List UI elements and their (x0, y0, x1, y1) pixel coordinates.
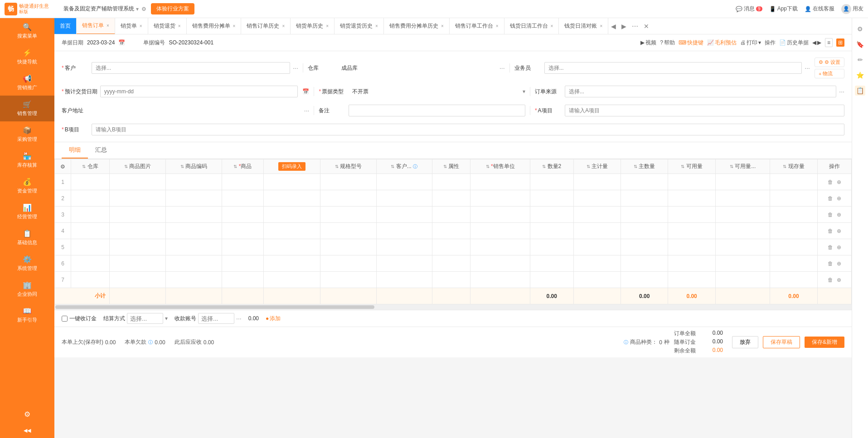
row-3-warehouse[interactable] (71, 207, 110, 223)
sidebar-item-operation[interactable]: 📊 经营管理 (0, 199, 54, 225)
right-panel-btn-1[interactable]: ⚙ (854, 23, 867, 35)
profit-btn[interactable]: 📈 毛利预估 (707, 39, 737, 47)
sidebar-item-system[interactable]: ⚙️ 系统管理 (0, 250, 54, 276)
row-1-sales-unit[interactable] (470, 174, 530, 190)
date-picker-icon[interactable]: 📅 (302, 88, 309, 95)
tab-close-refund-history[interactable]: × (375, 24, 378, 29)
row-1-code[interactable] (165, 174, 222, 190)
save-new-button[interactable]: 保存&新增 (805, 337, 844, 348)
tab-close-order-workbench[interactable]: × (496, 24, 499, 29)
system-dropdown[interactable]: ▾ (136, 6, 139, 12)
settings-icon[interactable]: ⚙ (141, 6, 146, 12)
tab-close-expense-history[interactable]: × (441, 24, 444, 29)
row-7-copy-icon[interactable]: ⊕ (837, 277, 841, 283)
tab-close-sales-refund[interactable]: × (178, 24, 181, 29)
discard-button[interactable]: 放弃 (732, 336, 758, 348)
sidebar-bottom-settings[interactable]: ⚙ (0, 405, 54, 423)
salesperson-input[interactable] (544, 62, 802, 74)
row-1-product[interactable] (222, 174, 263, 190)
tab-sales-order[interactable]: 销售订单 × (77, 18, 115, 34)
address-more-btn[interactable]: ··· (304, 107, 310, 114)
scrollbar-thumb[interactable] (55, 305, 374, 309)
add-logistics-button[interactable]: + 物流 (815, 69, 844, 78)
tab-close-cash-workbench[interactable]: × (551, 24, 553, 29)
scan-button[interactable]: 扫码录入 (278, 162, 305, 171)
help-btn[interactable]: ? 帮助 (660, 39, 675, 47)
tab-next-btn[interactable]: ▶ (619, 23, 629, 30)
col-setting-icon[interactable]: ⚙ (60, 164, 65, 170)
settlement-input[interactable] (127, 313, 163, 324)
settlement-dropdown[interactable]: ▾ (165, 315, 168, 322)
sidebar-item-purchase[interactable]: 📦 采购管理 (0, 121, 54, 147)
tab-return-history[interactable]: 销货单历史 × (291, 18, 335, 34)
b-project-input[interactable] (92, 124, 844, 135)
online-service-item[interactable]: 👤 在线客服 (805, 5, 834, 13)
right-panel-btn-4[interactable]: ⭐ (854, 69, 867, 82)
history-btn[interactable]: 📄 历史单据 (779, 39, 809, 47)
row-6-delete-icon[interactable]: 🗑 (828, 260, 833, 267)
one-click-label[interactable]: 一键收订金 (62, 315, 97, 322)
account-more-btn[interactable]: ··· (236, 315, 242, 322)
right-panel-btn-3[interactable]: ✏ (854, 53, 867, 66)
sidebar-item-quick-nav[interactable]: ⚡ 快捷导航 (0, 44, 54, 70)
add-button[interactable]: ● 添加 (266, 315, 281, 322)
customer-more-btn[interactable]: ··· (293, 64, 298, 72)
col-setting[interactable]: ⚙ (55, 159, 71, 174)
row-2-main-qty[interactable] (621, 190, 668, 207)
row-4-delete-icon[interactable]: 🗑 (828, 228, 833, 234)
tab-close-return-history[interactable]: × (326, 24, 329, 29)
row-1-delete-icon[interactable]: 🗑 (828, 179, 833, 185)
sidebar-collapse-btn[interactable]: ◀◀ (0, 423, 54, 438)
tab-close-expense-split[interactable]: × (233, 24, 236, 29)
row-7-delete-icon[interactable]: 🗑 (828, 277, 833, 283)
tab-close-sales-return[interactable]: × (140, 24, 142, 29)
app-download-item[interactable]: 📱 App下载 (769, 5, 798, 13)
customer-input[interactable] (92, 62, 290, 74)
prev-record-btn[interactable]: ◀ (812, 39, 816, 46)
view-btn[interactable]: ▶ 视频 (640, 39, 656, 47)
tab-close-all-btn[interactable]: ✕ (641, 23, 652, 30)
tab-close-order-history[interactable]: × (282, 24, 285, 29)
sidebar-item-enterprise[interactable]: 🏢 企业协同 (0, 276, 54, 302)
row-2-code[interactable] (165, 190, 222, 207)
row-2-warehouse[interactable] (71, 190, 110, 207)
remark-input[interactable] (349, 105, 525, 116)
sidebar-item-sales[interactable]: 🛒 销售管理 (0, 96, 54, 121)
row-2-delete-icon[interactable]: 🗑 (828, 195, 833, 202)
settings-button[interactable]: ⚙ ⚙ 设置 (815, 58, 844, 67)
sidebar-item-inventory[interactable]: 🏪 库存核算 (0, 147, 54, 173)
tab-close-cash-reconcile[interactable]: × (600, 24, 602, 29)
a-project-input[interactable] (565, 105, 844, 116)
tab-cash-reconcile[interactable]: 钱货日清对账 × (559, 18, 608, 34)
row-1-main-qty[interactable] (621, 174, 668, 190)
tab-sales-refund[interactable]: 销货退货 × (148, 18, 187, 34)
sidebar-item-search[interactable]: 🔍 搜索菜单 (0, 18, 54, 44)
row-6-copy-icon[interactable]: ⊕ (837, 260, 841, 267)
row-5-delete-icon[interactable]: 🗑 (828, 244, 833, 250)
row-2-customer-ref[interactable] (376, 190, 432, 207)
sidebar-item-finance[interactable]: 💰 资金管理 (0, 173, 54, 199)
row-1-copy-icon[interactable]: ⊕ (837, 179, 841, 185)
list-view-btn[interactable]: ≡ (825, 38, 833, 47)
delivery-date-input[interactable] (100, 86, 298, 97)
right-panel-btn-5[interactable]: 📋 (854, 84, 867, 97)
invoice-dropdown-icon[interactable]: ▾ (523, 88, 525, 95)
row-1-warehouse[interactable] (71, 174, 110, 190)
row-2-qty2[interactable] (530, 190, 573, 207)
right-panel-btn-2[interactable]: 🔖 (854, 38, 867, 51)
tab-refund-history[interactable]: 销货退货历史 × (335, 18, 384, 34)
message-item[interactable]: 💬 消息 9 (736, 5, 762, 13)
sidebar-item-basic[interactable]: 📋 基础信息 (0, 225, 54, 250)
row-1-spec[interactable] (320, 174, 376, 190)
row-1-customer-ref[interactable] (376, 174, 432, 190)
tab-home[interactable]: 首页 (54, 18, 77, 34)
one-click-checkbox[interactable] (62, 316, 68, 322)
order-source-more-btn[interactable]: ··· (839, 88, 844, 95)
sidebar-item-marketing[interactable]: 📢 营销推广 (0, 70, 54, 96)
tab-detail[interactable]: 明细 (62, 142, 88, 159)
grid-view-btn[interactable]: ⊞ (836, 39, 844, 47)
tab-sales-return[interactable]: 销货单 × (115, 18, 148, 34)
tab-prev-btn[interactable]: ◀ (608, 23, 619, 30)
tab-cash-workbench[interactable]: 钱货日清工作台 × (504, 18, 559, 34)
tab-close-sales-order[interactable]: × (107, 23, 109, 28)
